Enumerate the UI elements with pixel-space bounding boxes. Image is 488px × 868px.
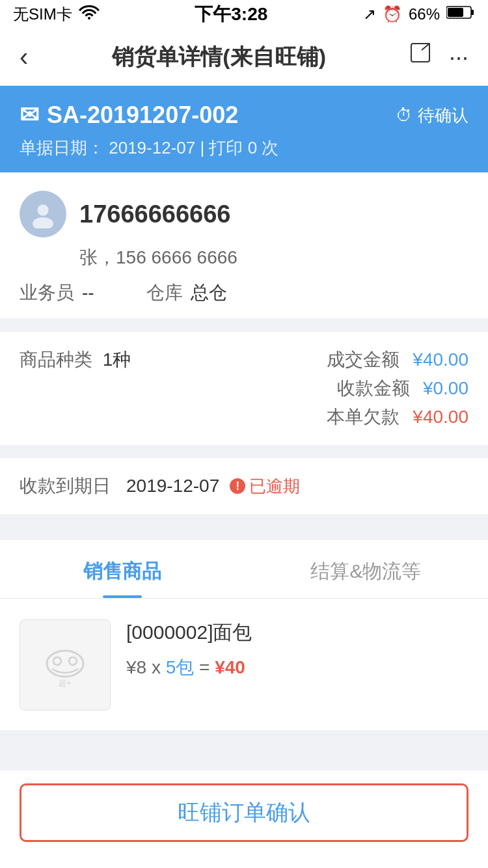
stats-label-1: 成交金额 <box>327 347 400 372</box>
stats-amount-1: ¥40.00 <box>413 349 468 370</box>
order-id-text: SA-20191207-002 <box>47 102 238 129</box>
stats-amount-3: ¥40.00 <box>413 407 468 427</box>
order-id: ✉ SA-20191207-002 <box>20 102 238 129</box>
order-header: ✉ SA-20191207-002 ⏱ 待确认 单据日期： 2019-12-07… <box>0 86 488 172</box>
print-count: 0 <box>248 138 257 157</box>
stats-amount-2: ¥0.00 <box>423 378 468 399</box>
stats-left: 商品种类 1种 <box>20 347 131 372</box>
status-bar-right: ↗ ⏰ 66% <box>363 5 475 23</box>
print-unit: 次 <box>262 138 278 157</box>
overdue-badge: ! 已逾期 <box>230 475 300 498</box>
customer-meta: 业务员 -- 仓库 总仓 <box>20 280 468 305</box>
svg-line-4 <box>422 44 429 50</box>
overdue-icon: ! <box>230 478 245 494</box>
due-label: 收款到期日 <box>20 474 111 498</box>
sales-value: -- <box>82 282 94 303</box>
product-info: [0000002]面包 ¥8 x 5包 = ¥40 <box>126 619 468 680</box>
product-item: 超+ [0000002]面包 ¥8 x 5包 = ¥40 <box>0 600 488 730</box>
status-text: 待确认 <box>418 104 468 127</box>
warehouse-label: 仓库 <box>146 280 183 305</box>
tab-section: 销售商品 结算&物流等 超+ [0000002]面包 ¥8 x 5包 = ¥40 <box>0 540 488 730</box>
back-button[interactable]: ‹ <box>20 42 28 72</box>
page-title: 销货单详情(来自旺铺) <box>112 42 326 72</box>
tab-settlement[interactable]: 结算&物流等 <box>244 540 488 598</box>
stats-row-1: 成交金额 ¥40.00 <box>327 347 468 372</box>
tab-products[interactable]: 销售商品 <box>0 540 244 598</box>
location-icon: ↗ <box>363 5 376 23</box>
stats-right: 成交金额 ¥40.00 收款金额 ¥0.00 本单欠款 ¥40.00 <box>327 347 468 429</box>
nav-bar: ‹ 销货单详情(来自旺铺) ··· <box>0 29 488 86</box>
equals-text: = <box>194 657 215 677</box>
stats-row-2: 收款金额 ¥0.00 <box>337 376 468 401</box>
carrier-label: 无SIM卡 <box>13 4 72 25</box>
status-bar-time: 下午3:28 <box>195 2 267 27</box>
more-icon[interactable]: ··· <box>449 44 468 71</box>
customer-phone: 17666666666 <box>79 200 230 228</box>
svg-point-9 <box>69 657 77 665</box>
type-label: 商品种类 <box>20 349 92 370</box>
stats-row-3: 本单欠款 ¥40.00 <box>327 405 468 429</box>
tab-bar: 销售商品 结算&物流等 <box>0 540 488 599</box>
order-status: ⏱ 待确认 <box>396 104 468 127</box>
svg-point-8 <box>53 657 61 665</box>
customer-avatar <box>20 191 66 237</box>
stats-label-2: 收款金额 <box>337 376 410 401</box>
price-text: ¥8 x <box>126 657 166 677</box>
date-label: 单据日期： <box>20 138 104 157</box>
svg-text:超+: 超+ <box>59 679 71 688</box>
product-price: ¥8 x 5包 = ¥40 <box>126 655 468 680</box>
bottom-bar: 旺铺订单确认 <box>0 770 488 868</box>
wifi-icon <box>79 5 100 23</box>
stats-label-3: 本单欠款 <box>327 405 400 429</box>
tab-settlement-label: 结算&物流等 <box>310 560 421 582</box>
product-name: [0000002]面包 <box>126 619 468 646</box>
order-date-row: 单据日期： 2019-12-07 | 打印 0 次 <box>20 137 468 159</box>
total-text: ¥40 <box>215 657 245 677</box>
warehouse-value: 总仓 <box>191 280 227 305</box>
nav-actions: ··· <box>410 42 468 72</box>
svg-rect-2 <box>448 8 463 17</box>
stats-section: 商品种类 1种 成交金额 ¥40.00 收款金额 ¥0.00 本单欠款 ¥40.… <box>0 331 488 445</box>
battery-icon <box>446 5 475 23</box>
tab-products-label: 销售商品 <box>83 560 161 582</box>
svg-rect-1 <box>471 10 474 15</box>
type-value: 1种 <box>103 349 131 370</box>
print-label: | 打印 <box>200 138 247 157</box>
customer-name: 张，156 6666 6666 <box>20 245 468 270</box>
share-icon[interactable] <box>410 42 433 72</box>
date-value: 2019-12-07 <box>109 138 195 157</box>
battery-label: 66% <box>409 5 440 23</box>
confirm-button[interactable]: 旺铺订单确认 <box>20 783 468 842</box>
customer-section: 17666666666 张，156 6666 6666 业务员 -- 仓库 总仓 <box>0 172 488 318</box>
status-bar-left: 无SIM卡 <box>13 4 100 25</box>
status-clock-icon: ⏱ <box>396 105 413 126</box>
svg-point-6 <box>33 217 53 228</box>
quantity-text: 5包 <box>166 657 195 677</box>
alarm-icon: ⏰ <box>383 5 402 23</box>
sales-label: 业务员 <box>20 280 74 305</box>
section-divider <box>0 527 488 540</box>
due-date: 2019-12-07 <box>126 476 219 496</box>
due-section: 收款到期日 2019-12-07 ! 已逾期 <box>0 458 488 514</box>
status-bar: 无SIM卡 下午3:28 ↗ ⏰ 66% <box>0 0 488 29</box>
svg-point-5 <box>37 204 48 215</box>
product-image: 超+ <box>20 619 111 711</box>
order-icon: ✉ <box>20 102 39 129</box>
overdue-text: 已逾期 <box>249 475 300 498</box>
